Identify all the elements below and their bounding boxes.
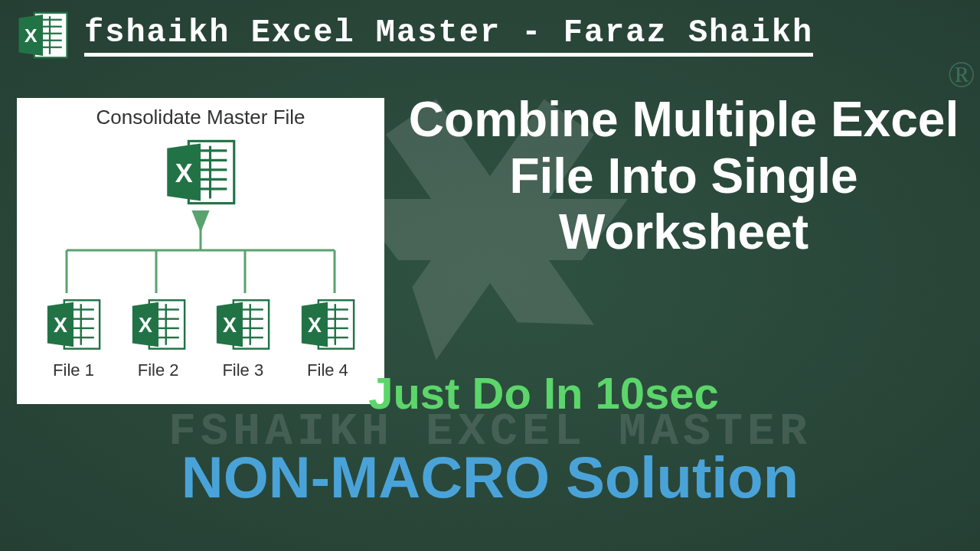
svg-marker-24	[197, 217, 204, 224]
diagram-title: Consolidate Master File	[31, 106, 371, 129]
excel-icon-file: X	[44, 295, 103, 354]
excel-icon: X	[15, 8, 70, 63]
excel-icon-file: X	[129, 295, 188, 354]
header: X fshaikh Excel Master - Faraz Shaikh	[15, 8, 965, 63]
svg-text:X: X	[24, 25, 38, 46]
svg-text:X: X	[175, 158, 193, 187]
footline-text: NON-MACRO Solution	[0, 444, 980, 510]
headline-text: Combine Multiple Excel File Into Single …	[398, 92, 969, 261]
excel-icon-file: X	[298, 295, 358, 354]
header-title: fshaikh Excel Master - Faraz Shaikh	[84, 15, 813, 57]
svg-text:X: X	[54, 314, 67, 337]
svg-text:X: X	[308, 314, 322, 337]
svg-text:X: X	[223, 314, 237, 337]
svg-text:X: X	[139, 314, 152, 337]
subline-text: Just Do In 10sec	[0, 367, 980, 419]
diagram-panel: Consolidate Master File X	[17, 98, 384, 404]
excel-icon-file: X	[213, 295, 273, 354]
tree-connectors	[31, 210, 371, 295]
excel-icon-master: X	[162, 134, 239, 210]
